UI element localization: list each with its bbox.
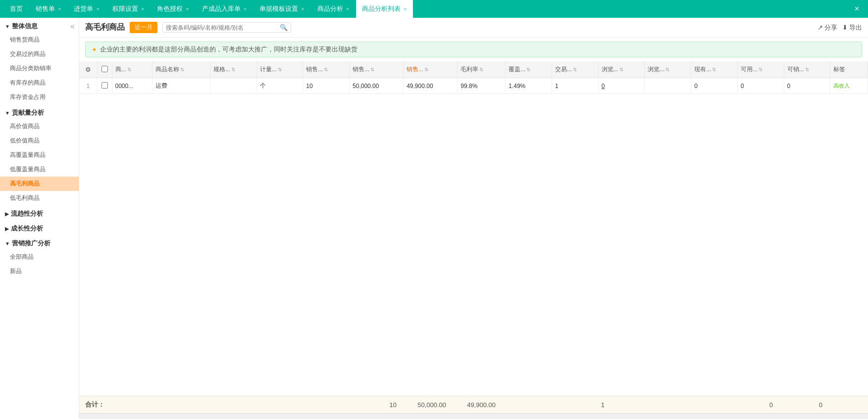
sidebar-item-low-margin[interactable]: 低毛利商品 [0, 191, 79, 205]
nav-analysis-close[interactable]: × [346, 6, 349, 12]
share-icon: ↗ [817, 24, 823, 31]
sort-icon-transactions: ⇅ [573, 67, 577, 72]
footer-transactions: 1 [565, 401, 605, 409]
col-sales-profit[interactable]: 销售...⇅ [404, 61, 458, 78]
bottom-scrollbar[interactable] [79, 413, 868, 419]
nav-permissions-label: 权限设置 [112, 4, 138, 13]
sidebar-item-in-stock[interactable]: 有库存的商品 [0, 76, 79, 90]
cell-code: 0000... [112, 78, 153, 94]
sidebar-item-category-sales-rate[interactable]: 商品分类助销率 [0, 61, 79, 76]
col-browse1[interactable]: 浏览...⇅ [598, 61, 645, 78]
data-table: ⚙ 商...⇅ 商品名称⇅ 规格...⇅ 计量...⇅ 销售...⇅ 销售...… [79, 61, 868, 94]
footer-sales-amount: 50,000.00 [407, 401, 446, 409]
nav-sales-close[interactable]: × [58, 6, 61, 12]
nav-sales[interactable]: 销售单 × [30, 0, 67, 18]
sidebar-item-low-coverage[interactable]: 低覆盖量商品 [0, 162, 79, 177]
table-container[interactable]: ⚙ 商...⇅ 商品名称⇅ 规格...⇅ 计量...⇅ 销售...⇅ 销售...… [79, 61, 868, 396]
window-close-button[interactable]: × [850, 4, 864, 13]
sidebar-item-high-margin[interactable]: 高毛利商品 [0, 177, 79, 191]
sidebar-group-overall-label: 整体信息 [12, 22, 38, 31]
info-banner: ✦ 企业的主要的利润都是这部分商品创造的，可考虑加大推广，同时关注库存是不要出现… [85, 42, 862, 57]
footer-label: 合计： [85, 400, 104, 409]
sort-icon-code: ⇅ [127, 67, 131, 72]
col-sales-amount[interactable]: 销售...⇅ [350, 61, 404, 78]
col-browse2[interactable]: 浏览...⇅ [645, 61, 691, 78]
cell-gross-margin: 99.8% [458, 78, 506, 94]
nav-templates-close[interactable]: × [301, 6, 304, 12]
select-all-checkbox[interactable] [102, 66, 108, 72]
cell-unit: 个 [256, 78, 303, 94]
nav-home-label: 首页 [10, 4, 23, 13]
share-button[interactable]: ↗ 分享 [817, 23, 837, 32]
sidebar-group-contribution[interactable]: ▼ 贡献量分析 [0, 104, 79, 119]
cell-name: 运费 [153, 78, 210, 94]
nav-inbound-close[interactable]: × [244, 6, 247, 12]
col-unit[interactable]: 计量...⇅ [256, 61, 303, 78]
top-nav: 首页 销售单 × 进货单 × 权限设置 × 角色授权 × 产成品入库单 × 单据… [0, 0, 868, 18]
table-header-row: ⚙ 商...⇅ 商品名称⇅ 规格...⇅ 计量...⇅ 销售...⇅ 销售...… [79, 61, 868, 78]
search-input[interactable] [166, 24, 278, 31]
col-available[interactable]: 可用...⇅ [737, 61, 784, 78]
sidebar-group-growth-label: 成长性分析 [11, 224, 43, 233]
nav-home[interactable]: 首页 [4, 0, 29, 18]
nav-purchase-close[interactable]: × [96, 6, 99, 12]
nav-inbound[interactable]: 产成品入库单 × [196, 0, 253, 18]
sidebar-item-all-goods[interactable]: 全部商品 [0, 250, 79, 264]
sidebar-item-low-value[interactable]: 低价值商品 [0, 134, 79, 148]
col-code[interactable]: 商...⇅ [112, 61, 153, 78]
sort-icon-name: ⇅ [180, 67, 184, 72]
filter-recent-month-button[interactable]: 近一月 [130, 22, 157, 33]
sidebar-item-new-goods[interactable]: 新品 [0, 264, 79, 279]
share-label: 分享 [824, 23, 837, 32]
sidebar-item-high-coverage[interactable]: 高覆盖量商品 [0, 148, 79, 162]
footer-sellable: 0 [783, 401, 822, 409]
nav-permissions-close[interactable]: × [141, 6, 144, 12]
col-spec[interactable]: 规格...⇅ [210, 61, 256, 78]
sidebar-group-trend-arrow: ▶ [5, 211, 9, 217]
table-footer: 合计： 10 50,000.00 49,900.00 1 0 0 [79, 396, 868, 413]
sidebar-group-marketing[interactable]: ▼ 营销推广分析 [0, 235, 79, 250]
col-gross-margin[interactable]: 毛利率⇅ [458, 61, 506, 78]
main-layout: « ▼ 整体信息 销售货商品 交易过的商品 商品分类助销率 有库存的商品 库存资… [0, 18, 868, 419]
nav-permissions[interactable]: 权限设置 × [106, 0, 150, 18]
col-sellable[interactable]: 可销...⇅ [784, 61, 830, 78]
sidebar-collapse-button[interactable]: « [70, 22, 75, 31]
col-transactions[interactable]: 交易...⇅ [552, 61, 598, 78]
cell-sales-profit: 49,900.00 [404, 78, 458, 94]
nav-analysis-list-close[interactable]: × [404, 6, 407, 12]
sidebar-item-traded-goods[interactable]: 交易过的商品 [0, 47, 79, 61]
sidebar-group-trend[interactable]: ▶ 流趋性分析 [0, 205, 79, 220]
col-name[interactable]: 商品名称⇅ [153, 61, 210, 78]
search-box: 🔍 [162, 22, 291, 33]
nav-roles-label: 角色授权 [157, 4, 183, 13]
cell-transactions: 1 [552, 78, 598, 94]
nav-roles[interactable]: 角色授权 × [151, 0, 195, 18]
export-button[interactable]: ⬇ 导出 [842, 23, 862, 32]
export-label: 导出 [849, 23, 862, 32]
sort-icon-sellable: ⇅ [805, 67, 809, 72]
sort-icon-sales-amount: ⇅ [370, 67, 374, 72]
nav-purchase[interactable]: 进货单 × [68, 0, 105, 18]
footer-available: 0 [733, 401, 773, 409]
sidebar-group-growth[interactable]: ▶ 成长性分析 [0, 220, 79, 235]
sidebar-group-contribution-label: 贡献量分析 [12, 108, 44, 117]
col-current-stock[interactable]: 现有...⇅ [691, 61, 738, 78]
cell-sellable: 0 [784, 78, 830, 94]
nav-analysis-list[interactable]: 商品分析列表 × [356, 0, 412, 18]
nav-analysis[interactable]: 商品分析 × [311, 0, 355, 18]
cell-browse1[interactable]: 0 [598, 78, 645, 94]
nav-analysis-label: 商品分析 [317, 4, 343, 13]
row-checkbox[interactable] [102, 82, 108, 89]
sidebar-item-stock-capital[interactable]: 库存资金占用 [0, 90, 79, 104]
sidebar-item-high-value[interactable]: 高价值商品 [0, 119, 79, 134]
col-checkbox[interactable] [97, 61, 112, 78]
col-coverage[interactable]: 覆盖...⇅ [506, 61, 552, 78]
cell-checkbox[interactable] [97, 78, 112, 94]
col-settings[interactable]: ⚙ [79, 61, 97, 78]
nav-templates[interactable]: 单据模板设置 × [254, 0, 310, 18]
nav-roles-close[interactable]: × [186, 6, 189, 12]
col-sales-qty[interactable]: 销售...⇅ [303, 61, 350, 78]
sidebar-item-sales-goods[interactable]: 销售货商品 [0, 33, 79, 47]
sidebar-group-overall[interactable]: ▼ 整体信息 [0, 18, 79, 33]
content-area: 高毛利商品 近一月 🔍 ↗ 分享 ⬇ 导出 ✦ 企业的主要的利润都是这部分商品创… [79, 18, 868, 419]
